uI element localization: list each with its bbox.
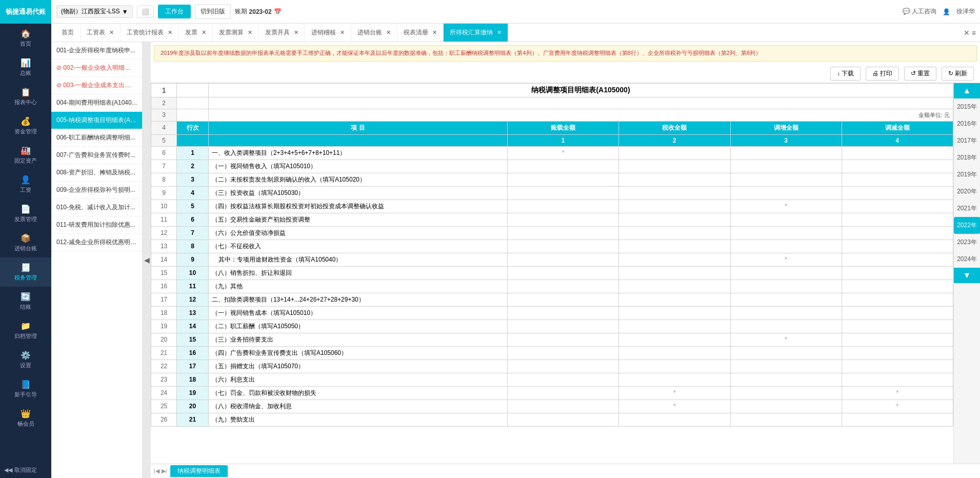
left-item-001[interactable]: 001-企业所得税年度纳税申...	[51, 42, 142, 59]
left-item-002[interactable]: ⊘ 002-一般企业收入明细表(A1...	[51, 59, 142, 77]
year-2015[interactable]: 2015年	[954, 98, 980, 115]
old-version-btn[interactable]: 切到旧版	[195, 4, 231, 19]
sidebar-item-archive[interactable]: 📁 归档管理	[0, 316, 51, 345]
sidebar-item-guide[interactable]: 📘 新手引导	[0, 374, 51, 404]
tab-reconcile[interactable]: 进销稽核 ✕	[305, 24, 351, 42]
tab-home[interactable]: 首页	[55, 24, 81, 42]
sidebar-item-assets[interactable]: 🏭 固定资产	[0, 141, 51, 170]
year-2021[interactable]: 2021年	[954, 200, 980, 217]
table-row: 20 15 （三）业务招待要支出 *	[151, 333, 953, 346]
tab-income-tax[interactable]: 所得税汇算缴纳 ✕	[444, 24, 508, 42]
close-period-icon: 🔄	[21, 292, 31, 302]
assets-icon: 🏭	[21, 146, 31, 155]
sidebar-item-close[interactable]: 🔄 结账	[0, 287, 51, 316]
close-all-btn[interactable]: ✕	[964, 29, 970, 37]
tab-ledger[interactable]: 进销台账 ✕	[351, 24, 397, 42]
year-up-btn[interactable]: ▲	[954, 83, 980, 98]
print-btn[interactable]: 🖨 打印	[866, 67, 899, 81]
sidebar-item-member[interactable]: 👑 畅会员	[0, 404, 51, 433]
collapse-panel-btn[interactable]: ◀	[143, 42, 151, 478]
table-row: 7 2 （一）视同销售收入（填写A105010）	[151, 160, 953, 173]
tab-invoice-issue[interactable]: 发票开具 ✕	[259, 24, 305, 42]
unit-label: 金额单位: 元	[208, 109, 953, 121]
right-area: 2019年度涉及取以前年度继续数据的申报表单元格需要手工维护正确，才能保证本年及…	[151, 42, 980, 478]
sidebar-item-reports[interactable]: 📋 报表中心	[0, 82, 51, 111]
table-row: 11 6 （五）交易性金融资产初始投资调整	[151, 213, 953, 226]
table-row: 12 7 （六）公允价值变动净损益	[151, 226, 953, 240]
error-icon: ⊘	[56, 64, 63, 71]
sidebar-item-tax[interactable]: 🧾 税务管理	[0, 257, 51, 287]
download-btn[interactable]: ↓ 下载	[830, 67, 861, 81]
tab-payroll-stats-close[interactable]: ✕	[168, 29, 172, 36]
tab-reconcile-close[interactable]: ✕	[340, 29, 345, 36]
left-item-008[interactable]: 008-资产折旧、摊销及纳税...	[51, 164, 142, 182]
tab-tax-table[interactable]: 税表清册 ✕	[397, 24, 444, 42]
tab-invoice-calc[interactable]: 发票测算 ✕	[213, 24, 259, 42]
year-2018[interactable]: 2018年	[954, 149, 980, 166]
sidebar-item-finance[interactable]: 💰 资金管理	[0, 111, 51, 141]
year-down-btn[interactable]: ▼	[954, 268, 980, 283]
tab-payroll[interactable]: 工资表 ✕	[81, 24, 121, 42]
year-2020[interactable]: 2020年	[954, 183, 980, 200]
sidebar-item-ledger[interactable]: 📊 总账	[0, 53, 51, 82]
finance-icon: 💰	[21, 116, 31, 126]
left-item-012[interactable]: 012-减免企业所得税优惠明细(..)	[51, 234, 142, 251]
col-header-c: 账载全额	[508, 121, 619, 134]
tab-income-tax-close[interactable]: ✕	[497, 29, 502, 36]
left-item-010[interactable]: 010-免税、减计收入及加计...	[51, 199, 142, 216]
reset-icon: ↺	[911, 70, 916, 77]
spreadsheet-wrapper: 1 纳税调整项目明细表(A105000) 2 3	[151, 83, 953, 464]
left-item-009[interactable]: 009-企业所得税弥补亏损明...	[51, 182, 142, 199]
year-2017[interactable]: 2017年	[954, 132, 980, 149]
tab-end-btns: ✕ ≡	[964, 29, 976, 37]
support-btn[interactable]: 💬 人工咨询	[903, 7, 936, 16]
tab-tax-table-close[interactable]: ✕	[432, 29, 437, 36]
tab-invoice-calc-close[interactable]: ✕	[248, 29, 252, 36]
year-2022[interactable]: 2022年	[954, 217, 980, 234]
left-item-006[interactable]: 006-职工薪酬纳税调整明细...	[51, 129, 142, 147]
year-2023[interactable]: 2023年	[954, 234, 980, 251]
sidebar-item-home[interactable]: 🏠 首页	[0, 24, 51, 53]
table-row: 26 21 （九）赞助支出	[151, 413, 953, 426]
period-display: 账期 2023-02 📅	[235, 7, 282, 16]
sidebar-item-payroll[interactable]: 👤 工资	[0, 170, 51, 199]
tab-invoice[interactable]: 发票 ✕	[179, 24, 213, 42]
refresh-btn[interactable]: ↻ 刷新	[942, 67, 974, 81]
left-panel: 001-企业所得税年度纳税申... ⊘ 002-一般企业收入明细表(A1... …	[51, 42, 143, 478]
year-2016[interactable]: 2016年	[954, 115, 980, 132]
calendar-icon[interactable]: 📅	[274, 8, 282, 15]
year-2019[interactable]: 2019年	[954, 166, 980, 183]
tab-payroll-close[interactable]: ✕	[109, 29, 114, 36]
more-tabs-btn[interactable]: ≡	[972, 29, 976, 37]
left-item-011[interactable]: 011-研发费用加计扣除优惠...	[51, 216, 142, 234]
year-2024[interactable]: 2024年	[954, 251, 980, 268]
sidebar-item-purchase-sales[interactable]: 📦 进销台账	[0, 228, 51, 257]
table-row: 10 5 （四）按权益法核算长期股权投资对初始投资成本调整确认收益 *	[151, 200, 953, 213]
settings-icon: ⚙️	[21, 350, 31, 360]
table-row: 24 19 （七）罚金、罚款和被没收财物的损失 * *	[151, 386, 953, 400]
title-row: 1 纳税调整项目明细表(A105000)	[151, 83, 953, 97]
left-item-003[interactable]: ⊘ 003-一般企业成本支出明细...	[51, 77, 142, 94]
reset-btn[interactable]: ↺ 重置	[904, 67, 936, 81]
workspace-btn[interactable]: 工作台	[158, 5, 191, 18]
copy-btn[interactable]: ⬜	[137, 6, 154, 18]
tab-invoice-issue-close[interactable]: ✕	[294, 29, 298, 36]
sidebar-item-invoice[interactable]: 📄 发票管理	[0, 199, 51, 228]
invoice-icon: 📄	[21, 204, 31, 214]
tab-invoice-close[interactable]: ✕	[202, 29, 206, 36]
sidebar: 畅捷通易代账 🏠 首页 📊 总账 📋 报表中心 💰 资金管理 🏭 固定资产 👤 …	[0, 0, 51, 478]
table-row: 21 16 （四）广告费和业务宣传费支出（填写A105060）	[151, 346, 953, 360]
unpin-button[interactable]: ◀◀ 取消固定	[0, 462, 51, 478]
topbar-right: 💬 人工咨询 👤 徐泽华	[903, 7, 975, 16]
tab-payroll-stats[interactable]: 工资统计报表 ✕	[121, 24, 179, 42]
left-item-007[interactable]: 007-广告费和业务宣传费时...	[51, 147, 142, 164]
empty-row-2: 2	[151, 97, 953, 109]
left-item-005[interactable]: 005-纳税调整项目明细表(A1...	[51, 112, 142, 129]
left-item-004[interactable]: 004-期间费用明细表(A1040...	[51, 94, 142, 112]
rownum-1: 1	[151, 83, 177, 97]
tax-icon: 🧾	[21, 263, 31, 272]
bottom-tab-adjust[interactable]: 纳税调整明细表	[170, 465, 228, 477]
company-selector[interactable]: (物副）江西股宝-LSS ▼	[56, 5, 133, 18]
tab-ledger-close[interactable]: ✕	[386, 29, 391, 36]
sidebar-item-settings[interactable]: ⚙️ 设置	[0, 345, 51, 374]
